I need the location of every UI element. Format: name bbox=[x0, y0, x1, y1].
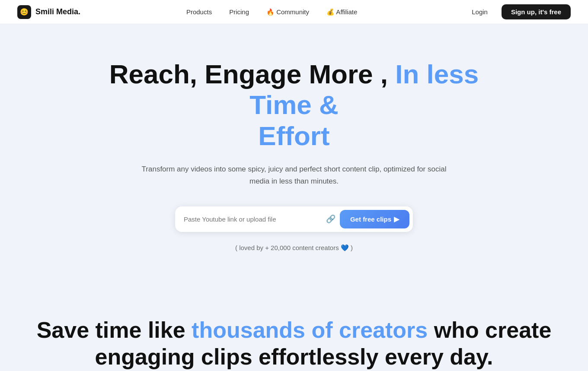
login-button[interactable]: Login bbox=[463, 5, 496, 19]
section2-title-line2: engaging clips effortlessly every day. bbox=[95, 344, 493, 369]
nav-links: Products Pricing 🔥 Community 💰 Affiliate bbox=[179, 5, 365, 19]
nav-products[interactable]: Products bbox=[179, 5, 220, 19]
hero-section: Reach, Engage More , In less Time & Effo… bbox=[0, 24, 588, 278]
get-free-clips-label: Get free clips bbox=[350, 216, 391, 223]
section2-title-part3: who create bbox=[428, 317, 551, 342]
nav-actions: Login Sign up, it's free bbox=[463, 4, 571, 19]
hero-title-part3: Effort bbox=[258, 121, 329, 151]
section2: Save time like thousands of creators who… bbox=[0, 278, 588, 371]
nav-affiliate[interactable]: 💰 Affiliate bbox=[319, 5, 365, 19]
url-input-row: 🔗 Get free clips ▶ bbox=[175, 206, 413, 232]
logo[interactable]: 😊 Smili Media. bbox=[17, 5, 80, 19]
signup-button[interactable]: Sign up, it's free bbox=[502, 4, 571, 19]
section2-title-part2: thousands of creators bbox=[192, 317, 428, 342]
hero-title-part1: Reach, Engage More bbox=[109, 59, 373, 89]
youtube-url-input[interactable] bbox=[184, 216, 322, 223]
nav-pricing[interactable]: Pricing bbox=[221, 5, 257, 19]
section2-title: Save time like thousands of creators who… bbox=[26, 317, 562, 371]
upload-icon[interactable]: 🔗 bbox=[326, 214, 336, 224]
hero-title: Reach, Engage More , In less Time & Effo… bbox=[99, 59, 489, 151]
section2-title-part1: Save time like bbox=[37, 317, 192, 342]
social-proof-text: ( loved by + 20,000 content creators 💙 ) bbox=[235, 244, 353, 252]
navbar: 😊 Smili Media. Products Pricing 🔥 Commun… bbox=[0, 0, 588, 24]
logo-text: Smili Media. bbox=[35, 7, 80, 16]
logo-icon: 😊 bbox=[17, 5, 31, 19]
hero-subtitle: Transform any videos into some spicy, ju… bbox=[134, 163, 454, 187]
nav-community[interactable]: 🔥 Community bbox=[259, 5, 317, 19]
cta-arrow-icon: ▶ bbox=[394, 215, 399, 223]
get-free-clips-button[interactable]: Get free clips ▶ bbox=[340, 210, 409, 228]
hero-title-separator: , bbox=[373, 59, 396, 89]
